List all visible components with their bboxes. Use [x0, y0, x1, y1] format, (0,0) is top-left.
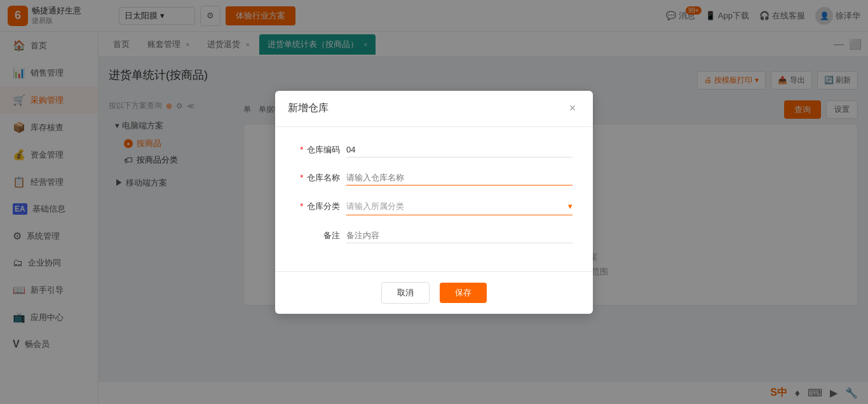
modal-overlay: 新增仓库 × * 仓库编码 * 仓库名称: [0, 0, 868, 404]
category-placeholder: 请输入所属分类: [346, 201, 404, 212]
form-row-code: * 仓库编码: [295, 142, 573, 158]
remark-input[interactable]: [346, 228, 573, 243]
form-row-remark: 备注: [295, 228, 573, 243]
cancel-button[interactable]: 取消: [381, 282, 430, 304]
modal-footer: 取消 保存: [275, 271, 593, 314]
name-label: * 仓库名称: [295, 172, 340, 184]
modal-header: 新增仓库 ×: [275, 91, 593, 127]
code-input[interactable]: [346, 142, 573, 158]
modal-body: * 仓库编码 * 仓库名称 * 仓库分类 请输入: [275, 127, 593, 271]
remark-label: 备注: [295, 230, 340, 241]
category-select[interactable]: 请输入所属分类 ▾: [346, 198, 573, 215]
category-label: * 仓库分类: [295, 201, 340, 212]
modal-add-warehouse: 新增仓库 × * 仓库编码 * 仓库名称: [275, 91, 593, 314]
modal-close-button[interactable]: ×: [565, 101, 580, 116]
save-button[interactable]: 保存: [440, 283, 487, 303]
form-row-name: * 仓库名称: [295, 170, 573, 185]
name-input[interactable]: [346, 170, 573, 185]
code-label: * 仓库编码: [295, 144, 340, 156]
category-chevron-icon: ▾: [568, 201, 573, 211]
modal-title: 新增仓库: [288, 102, 329, 115]
form-row-category: * 仓库分类 请输入所属分类 ▾: [295, 198, 573, 215]
